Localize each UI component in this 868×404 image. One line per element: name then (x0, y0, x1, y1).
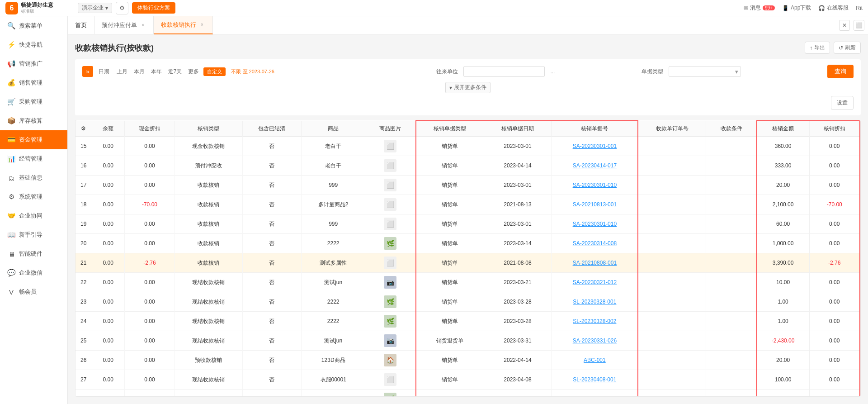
row-goods-image: 📷 (365, 273, 416, 292)
row-writeoff-amount: 2,100.00 (757, 195, 809, 214)
filter-toggle-btn[interactable]: » (82, 66, 93, 77)
row-goods-image: 🌿 (365, 292, 416, 312)
row-writeoff-amount: 3,390.00 (757, 253, 809, 273)
row-balance: 0.00 (92, 234, 124, 253)
tab-receipt-close[interactable]: × (199, 22, 205, 28)
row-receipt-condition (706, 156, 757, 176)
goods-image-placeholder: ⬜ (384, 373, 396, 386)
company-selector[interactable]: 演示企业 ▾ (78, 3, 112, 13)
sidebar-item-system[interactable]: ⚙系统管理 (0, 187, 67, 206)
row-bill-date: 2023-03-28 (484, 312, 552, 331)
row-bill-no[interactable]: SA-20230314-008 (552, 234, 638, 253)
bill-type-select[interactable] (669, 66, 741, 77)
sidebar-item-sales[interactable]: 💰销售管理 (0, 73, 67, 92)
row-bill-date: 2023-03-01 (484, 137, 552, 156)
sidebar-item-finance[interactable]: 💳资金管理 (0, 130, 67, 149)
row-balance: 0.00 (92, 214, 124, 234)
settings-icon[interactable]: ⚙ (116, 2, 128, 14)
row-bill-no[interactable]: SA-20230321-012 (552, 273, 638, 292)
sidebar-item-vip[interactable]: V畅会员 (0, 282, 67, 301)
row-balance: 0.00 (92, 137, 124, 156)
sidebar-item-wechat[interactable]: 💬企业微信 (0, 263, 67, 282)
row-bill-no[interactable]: SA-20230331-026 (552, 331, 638, 351)
row-bill-report-type: 销货单 (416, 234, 484, 253)
online-service-btn[interactable]: 🎧 在线客服 (818, 4, 849, 12)
sidebar-item-search[interactable]: 🔍搜索菜单 (0, 16, 67, 35)
bill-type-label: 单据类型 (642, 68, 663, 76)
row-index: 19 (75, 214, 92, 234)
row-goods-image: 🌿 (365, 312, 416, 331)
row-bill-report-type: 销货单 (416, 370, 484, 390)
expand-more-btn[interactable]: ▾ 展开更多条件 (445, 82, 491, 93)
content-area: 首页 预付冲应付单 × 收款核销执行 × ✕ ⬜ 收款核销执行(按收款) (68, 16, 868, 404)
message-btn[interactable]: ✉ 消息 99+ (744, 4, 775, 12)
row-goods-image: ⬜ (365, 176, 416, 195)
row-bill-no[interactable]: ABC-001 (552, 351, 638, 370)
counterpart-input[interactable] (463, 66, 545, 77)
app-download-label: App下载 (791, 4, 811, 12)
row-bill-no[interactable]: SL-20230328-001 (552, 292, 638, 312)
row-bill-report-type: 销货单 (416, 292, 484, 312)
th-gear[interactable]: ⚙ (75, 121, 92, 137)
row-goods: 多计量商品2 (302, 195, 365, 214)
row-goods: 999 (302, 176, 365, 195)
row-index: 25 (75, 331, 92, 351)
row-bill-no[interactable]: SA-20210808-001 (552, 253, 638, 273)
sidebar-item-purchase[interactable]: 🛒采购管理 (0, 92, 67, 111)
row-bill-no[interactable]: SA-20230301-010 (552, 176, 638, 195)
row-receipt-condition (706, 176, 757, 195)
row-goods-image: ⬜ (365, 137, 416, 156)
query-btn[interactable]: 查询 (827, 65, 854, 78)
row-receipt-condition (706, 312, 757, 331)
refresh-btn[interactable]: ↺ 刷新 (834, 42, 861, 54)
sidebar-item-hardware[interactable]: 🖥智能硬件 (0, 244, 67, 263)
sidebar-item-inventory[interactable]: 📦库存核算 (0, 111, 67, 130)
row-goods: 测试多属性 (302, 253, 365, 273)
table-row: 17 0.00 0.00 收款核销 否 999 ⬜ 销货单 2023-03-01… (75, 176, 860, 195)
row-writeoff-discount: 0.00 (809, 292, 860, 312)
industry-btn[interactable]: 体验行业方案 (132, 2, 175, 14)
row-bill-no[interactable]: SA-20210813-001 (552, 195, 638, 214)
row-include-settled: 否 (242, 370, 301, 390)
date-custom-btn[interactable]: 自定义 (203, 67, 226, 76)
tab-receipt[interactable]: 收款核销执行 × (154, 16, 213, 34)
tab-prepay-close[interactable]: × (140, 22, 146, 29)
row-goods: 2222 (302, 390, 365, 397)
sidebar-item-marketing[interactable]: 📢营销推广 (0, 54, 67, 73)
date-btn-7days[interactable]: 近7天 (166, 67, 184, 76)
sidebar-item-basic[interactable]: 🗂基础信息 (0, 168, 67, 187)
row-include-settled: 否 (242, 273, 301, 292)
table-settings-btn[interactable]: 设置 (831, 96, 854, 110)
date-btn-this-year[interactable]: 本年 (149, 67, 164, 76)
filter-dots: ... (550, 68, 555, 75)
sidebar-item-quicknav[interactable]: ⚡快捷导航 (0, 35, 67, 54)
online-service-label: 在线客服 (827, 4, 849, 12)
row-writeoff-type: 预收款核销 (175, 351, 243, 370)
th-goods: 商品 (302, 121, 365, 137)
row-goods: 2222 (302, 312, 365, 331)
table-row: 23 0.00 0.00 现结收款核销 否 2222 🌿 销货单 2023-03… (75, 292, 860, 312)
row-goods-image: 🌿 (365, 390, 416, 397)
maximize-btn[interactable]: ⬜ (854, 20, 864, 31)
app-download-btn[interactable]: 📱 App下载 (782, 4, 811, 12)
tab-prepay[interactable]: 预付冲应付单 × (94, 16, 154, 34)
sidebar-item-guide[interactable]: 📖新手引导 (0, 225, 67, 244)
sidebar-item-operations[interactable]: 📊经营管理 (0, 149, 67, 168)
row-bill-no[interactable]: SA-20230414-017 (552, 156, 638, 176)
date-btn-more[interactable]: 更多 (186, 67, 201, 76)
chart-icon: 📊 (7, 155, 15, 163)
row-goods: 999 (302, 214, 365, 234)
date-btn-this-month[interactable]: 本月 (132, 67, 146, 76)
export-btn[interactable]: ↑ 导出 (805, 42, 830, 54)
row-bill-no[interactable]: SL-20230408-001 (552, 370, 638, 390)
row-bill-no[interactable]: SL-20230418-001 (552, 390, 638, 397)
date-btn-last-month[interactable]: 上月 (115, 67, 129, 76)
row-bill-no[interactable]: SA-20230301-010 (552, 214, 638, 234)
close-all-tabs-btn[interactable]: ✕ (839, 20, 850, 31)
row-bill-no[interactable]: SL-20230328-002 (552, 312, 638, 331)
row-bill-no[interactable]: SA-20230301-001 (552, 137, 638, 156)
tab-prepay-label: 预付冲应付单 (102, 21, 137, 29)
tab-home[interactable]: 首页 (68, 16, 94, 34)
sidebar-item-enterprise[interactable]: 🤝企业协同 (0, 206, 67, 225)
user-name[interactable]: Rit (856, 5, 863, 11)
